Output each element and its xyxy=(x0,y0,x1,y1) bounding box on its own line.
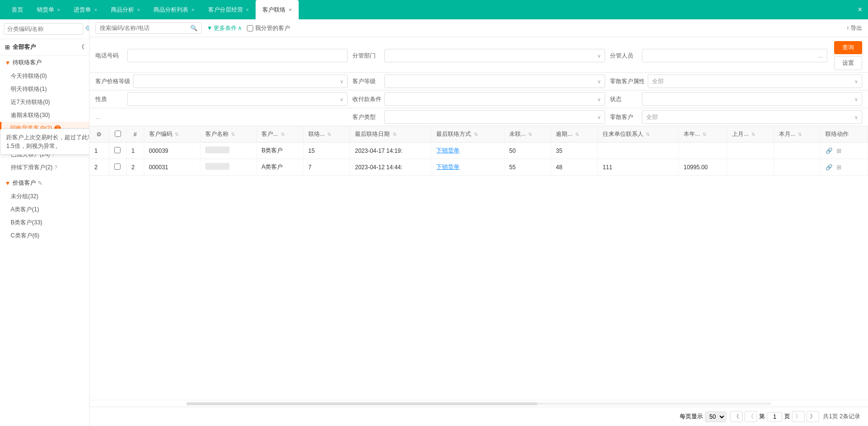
action-link-icon[interactable]: 🔗 xyxy=(825,147,833,154)
td-this-month xyxy=(774,159,821,176)
select-all-checkbox[interactable] xyxy=(115,131,121,137)
scroll-track xyxy=(186,402,771,405)
sidebar-search-icon[interactable]: 🔍 xyxy=(85,26,90,32)
chevron-down-icon: ∨ xyxy=(854,79,858,84)
staff-input[interactable]: ... xyxy=(642,49,827,62)
close-icon[interactable]: × xyxy=(94,7,97,13)
phone-input[interactable] xyxy=(127,49,348,62)
pending-contact-group[interactable]: ▼ 待联络客户 xyxy=(0,56,89,70)
page-nav: 《 〈 第 页 〉 》 xyxy=(730,411,819,422)
filter-search-input[interactable] xyxy=(100,25,190,31)
dept-dropdown[interactable]: ∨ xyxy=(384,49,605,62)
retail-attr-dropdown[interactable]: 全部 ∨ xyxy=(648,74,862,88)
per-page-select[interactable]: 50 xyxy=(705,411,726,422)
row-checkbox[interactable] xyxy=(114,163,121,170)
nav-item-customer-contact[interactable]: 客户联络 × xyxy=(256,0,298,19)
horizontal-scrollbar[interactable] xyxy=(90,400,868,407)
close-icon[interactable]: × xyxy=(246,7,249,13)
payment-dropdown[interactable]: ∨ xyxy=(384,92,605,106)
td-checkbox[interactable] xyxy=(109,143,126,159)
sidebar-item-class-c[interactable]: C类客户(6) xyxy=(0,229,89,242)
td-num-val: 1 xyxy=(126,143,144,159)
sidebar-item-ungroup[interactable]: 未分组(32) xyxy=(0,190,89,203)
sidebar-item-7days[interactable]: 近7天待联络(0) xyxy=(0,96,89,109)
last-page-button[interactable]: 》 xyxy=(807,411,819,422)
price-level-dropdown[interactable]: ∨ xyxy=(133,74,348,88)
contact-method-link[interactable]: 下销货单 xyxy=(436,147,459,154)
filter-bar: 🔍 ▼ 更多条件 ∧ 我分管的客户 ↑ 导出 xyxy=(90,19,868,37)
sidebar-item-tomorrow[interactable]: 明天待联络(1) xyxy=(0,83,89,96)
prev-page-button[interactable]: 〈 xyxy=(745,411,757,422)
close-icon[interactable]: × xyxy=(191,7,194,13)
close-icon[interactable]: × xyxy=(57,7,60,13)
sidebar-item-overdue[interactable]: 逾期未联络(30) xyxy=(0,109,89,122)
table-row: 1 1 000039 B类客户 15 2023-04-17 14:19: 下销货… xyxy=(90,143,868,159)
td-last-method[interactable]: 下销货单 xyxy=(431,159,504,176)
next-page-button[interactable]: 〉 xyxy=(792,411,805,422)
help-icon[interactable]: ? xyxy=(55,165,58,170)
customer-type-dropdown[interactable]: ∨ xyxy=(384,110,605,124)
sidebar-item-today[interactable]: 今天待联络(0) xyxy=(0,70,89,83)
chevron-down-icon: ∨ xyxy=(597,53,601,59)
sidebar-item-declining[interactable]: 持续下滑客户(2) ? xyxy=(0,161,89,174)
th-num: # xyxy=(126,126,144,143)
action-grid-icon[interactable]: ⊞ xyxy=(837,164,841,171)
action-grid-icon[interactable]: ⊞ xyxy=(837,147,841,154)
filter-dots: ... xyxy=(95,110,348,124)
nav-item-sales[interactable]: 销货单 × xyxy=(30,0,67,19)
sidebar-search-input[interactable] xyxy=(4,23,83,35)
contact-method-link[interactable]: 下销货单 xyxy=(436,163,459,170)
sidebar-item-class-b[interactable]: B类客户(33) xyxy=(0,216,89,229)
filter-search-icon[interactable]: 🔍 xyxy=(190,25,198,31)
filter-dept: 分管部门 ∨ xyxy=(352,41,605,70)
close-icon[interactable]: × xyxy=(137,7,140,13)
td-unit-contact xyxy=(597,143,678,159)
th-settings[interactable]: ⚙ xyxy=(90,126,109,143)
main-layout: 🔍 ⊞ 全部客户 《 ▼ 待联络客户 今天待联络(0) 明天待联络(1) 近7天… xyxy=(0,19,868,426)
nav-item-home[interactable]: 首页 xyxy=(5,0,30,19)
close-icon[interactable]: × xyxy=(289,7,291,13)
chevron-down-icon: ∨ xyxy=(597,79,601,84)
query-button[interactable]: 查询 xyxy=(834,41,862,54)
my-customers-checkbox[interactable] xyxy=(247,25,253,31)
filter-conditions-row4: ... 客户类型 ∨ 零散客户 全部 ∨ xyxy=(90,108,868,126)
nav-item-product-analysis[interactable]: 商品分析 × xyxy=(104,0,147,19)
first-page-button[interactable]: 《 xyxy=(730,411,743,422)
value-customers-group[interactable]: ▼ 价值客户 ✎ xyxy=(0,176,89,190)
settings-button[interactable]: 设置 xyxy=(834,56,862,70)
status-dropdown[interactable]: ∨ xyxy=(642,92,862,106)
nav-item-purchase[interactable]: 进货单 × xyxy=(67,0,104,19)
td-unit-contact: 111 xyxy=(597,159,678,176)
top-nav: 首页 销货单 × 进货单 × 商品分析 × 商品分析列表 × 客户分层经营 × … xyxy=(0,0,868,19)
th-overdue: 逾期... ⇅ xyxy=(551,126,598,143)
td-last-method[interactable]: 下销货单 xyxy=(431,143,504,159)
edit-icon[interactable]: ✎ xyxy=(38,180,43,187)
page-number-input[interactable] xyxy=(767,412,782,422)
export-button[interactable]: ↑ 导出 xyxy=(846,24,862,32)
nav-item-product-list[interactable]: 商品分析列表 × xyxy=(147,0,201,19)
gender-dropdown[interactable]: ∨ xyxy=(127,92,348,106)
chevron-down-icon: ∨ xyxy=(854,115,858,120)
filter-phone: 电话号码 xyxy=(95,41,348,70)
more-conditions-btn[interactable]: ▼ 更多条件 ∧ xyxy=(207,24,242,32)
customer-level-dropdown[interactable]: ∨ xyxy=(384,74,605,88)
filter-search-box[interactable]: 🔍 xyxy=(95,22,202,34)
action-link-icon[interactable]: 🔗 xyxy=(825,164,833,171)
my-customers-checkbox-area[interactable]: 我分管的客户 xyxy=(247,24,290,32)
td-this-month xyxy=(774,143,821,159)
pagination-bar: 每页显示 50 《 〈 第 页 〉 》 共1页 2条记录 xyxy=(90,407,868,426)
collapse-icon[interactable]: 《 xyxy=(78,43,84,51)
filter-payment: 收付款条件 ∨ xyxy=(352,92,605,106)
td-checkbox[interactable] xyxy=(109,159,126,176)
th-contact-count: 联络... ⇅ xyxy=(303,126,350,143)
row-checkbox[interactable] xyxy=(114,147,121,153)
scroll-thumb[interactable] xyxy=(186,402,537,405)
chevron-down-icon: ∨ xyxy=(597,115,601,120)
table-area: ⚙ # 客户编码 ⇅ 客户名称 ⇅ 客户... ⇅ 联络... ⇅ 最后联络日期… xyxy=(90,126,868,400)
retail-dropdown[interactable]: 全部 ∨ xyxy=(642,110,862,124)
th-checkbox[interactable] xyxy=(109,126,126,143)
sidebar-item-class-a[interactable]: A类客户(1) xyxy=(0,203,89,216)
total-records-label: 共1页 2条记录 xyxy=(823,412,860,421)
nav-item-customer-ops[interactable]: 客户分层经营 × xyxy=(201,0,256,19)
window-close-button[interactable]: × xyxy=(858,5,862,14)
